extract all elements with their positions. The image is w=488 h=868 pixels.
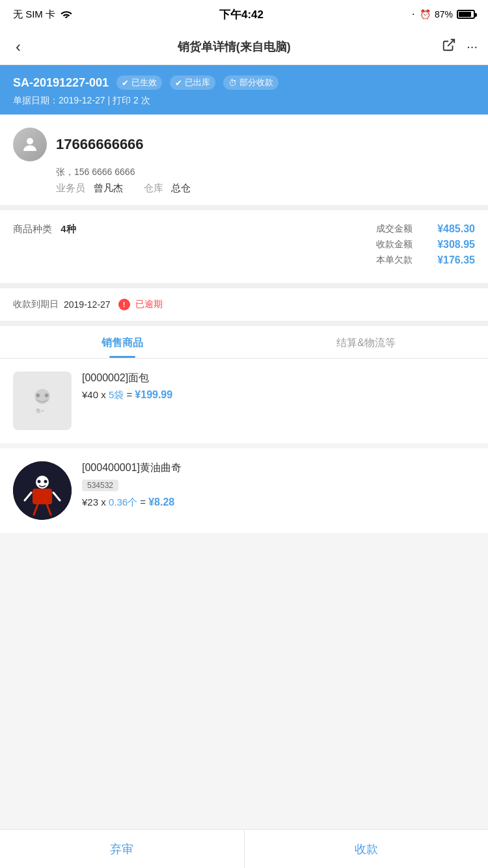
order-header-banner: SA-20191227-001 ✔ 已生效 ✔ 已出库 ⏱ 部分收款 单据日期：… [0,65,488,115]
avatar [13,128,47,161]
nav-bar: ‹ 销货单详情(来自电脑) ··· [0,29,488,65]
product-item-2: [000400001]黄油曲奇 534532 ¥23 x 0.36个 = ¥8.… [0,448,488,533]
customer-section: 17666666666 张，156 6666 6666 业务员 曾凡杰 仓库 总… [0,115,488,210]
warehouse-value: 总仓 [171,182,191,193]
collect-payment-button[interactable]: 收款 [245,830,489,868]
check-icon-shipped: ✔ [175,78,182,88]
svg-point-15 [38,480,41,483]
product-price-1: ¥40 x 5袋 = ¥199.99 [82,389,475,401]
svg-point-16 [44,480,47,483]
check-icon-effective: ✔ [122,78,129,88]
warehouse-label: 仓库 [144,182,163,193]
product-thumb-2 [13,461,72,520]
status-badge-partial: ⏱ 部分收款 [223,75,278,90]
tab-sales-products[interactable]: 销售商品 [0,326,244,358]
product-info-1: [0000002]面包 ¥40 x 5袋 = ¥199.99 [82,372,475,401]
location-icon: ⬝ [411,9,416,20]
salesperson-label: 业务员 [56,182,85,193]
status-badge-shipped: ✔ 已出库 [170,75,215,90]
status-left: 无 SIM 卡 [13,8,72,21]
product-type-label: 商品种类 [13,223,52,234]
status-right: ⬝ ⏰ 87% [411,9,475,20]
order-id: SA-20191227-001 [13,76,109,90]
deal-value: ¥485.30 [423,223,475,235]
due-label: 收款到期日 [13,299,59,310]
page-title: 销货单详情(来自电脑) [178,39,291,55]
status-bar: 无 SIM 卡 下午4:42 ⬝ ⏰ 87% [0,0,488,29]
more-icon[interactable]: ··· [467,39,478,54]
nav-actions: ··· [442,38,478,55]
svg-point-1 [27,138,33,144]
export-icon[interactable] [442,38,456,55]
clock-icon: ⏱ [228,78,237,88]
owed-label: 本单欠款 [376,254,413,266]
product-type-count: 4种 [61,223,75,234]
product-qty-1: 5袋 [109,389,124,400]
customer-name: 张，156 6666 6666 [56,167,475,178]
svg-point-5 [37,394,39,396]
svg-rect-10 [33,489,52,504]
product-info-2: [000400001]黄油曲奇 534532 ¥23 x 0.36个 = ¥8.… [82,461,475,509]
bottom-bar: 弃审 收款 [0,829,488,868]
product-name-2: [000400001]黄油曲奇 [82,461,475,475]
due-section: 收款到期日 2019-12-27 ! 已逾期 [0,288,488,326]
salesperson-value: 曾凡杰 [94,182,123,193]
svg-text:鱼+: 鱼+ [36,408,44,414]
battery-percent: 87% [435,9,453,20]
wifi-icon [61,9,72,20]
product-sku-2: 534532 [82,480,118,491]
product-name-1: [0000002]面包 [82,372,475,385]
received-value: ¥308.95 [423,239,475,251]
status-badge-effective: ✔ 已生效 [116,75,162,90]
order-subtext: 单据日期：2019-12-27 | 打印 2 次 [13,95,475,107]
status-time: 下午4:42 [219,7,264,22]
due-date: 2019-12-27 [64,299,111,310]
cancel-review-button[interactable]: 弃审 [0,830,245,868]
product-list: 鱼+ [0000002]面包 ¥40 x 5袋 = ¥199.99 [0,359,488,533]
svg-point-6 [46,394,47,396]
product-qty-2: 0.36个 [109,496,137,508]
carrier-label: 无 SIM 卡 [13,8,55,21]
stats-section: 商品种类 4种 成交金额 ¥485.30 收款金额 ¥308.95 本单欠款 ¥… [0,210,488,288]
tab-settlement[interactable]: 结算&物流等 [244,326,488,358]
deal-label: 成交金额 [376,223,413,235]
product-total-1: ¥199.99 [135,389,172,400]
customer-phone: 17666666666 [56,136,144,153]
product-total-2: ¥8.28 [148,496,174,508]
svg-line-0 [448,40,454,46]
product-thumb-1: 鱼+ [13,372,72,430]
customer-meta: 业务员 曾凡杰 仓库 总仓 [56,182,475,195]
tabs-bar: 销售商品 结算&物流等 [0,326,488,359]
alarm-icon: ⏰ [420,9,431,20]
owed-value: ¥176.35 [423,254,475,266]
received-label: 收款金额 [376,239,413,251]
product-item-1: 鱼+ [0000002]面包 ¥40 x 5袋 = ¥199.99 [0,359,488,443]
overdue-text: 已逾期 [135,299,163,310]
battery-icon [457,10,475,19]
product-price-2: ¥23 x 0.36个 = ¥8.28 [82,496,475,509]
overdue-icon: ! [118,299,130,310]
back-button[interactable]: ‹ [10,33,26,61]
